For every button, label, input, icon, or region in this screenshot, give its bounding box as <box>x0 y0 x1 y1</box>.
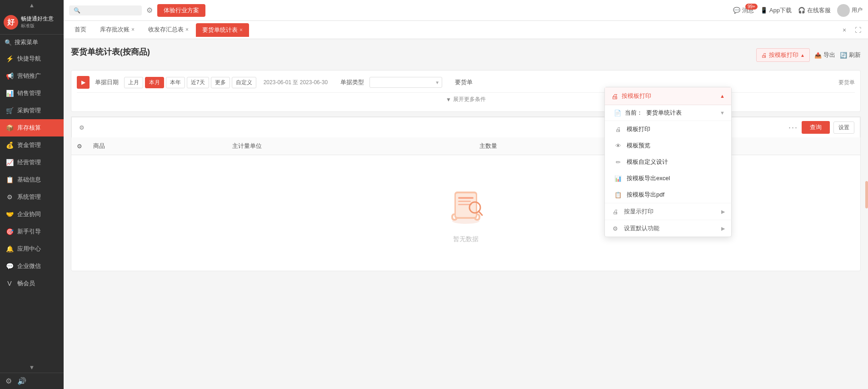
sidebar-scroll-up[interactable]: ▲ <box>0 0 64 10</box>
current-template-arrow: ▼ <box>720 110 725 116</box>
display-print-icon: 🖨 <box>611 207 619 216</box>
sidebar-item-label: 新手引导 <box>17 227 41 236</box>
sidebar-item-label: 基础信息 <box>17 176 41 184</box>
sidebar-item-sales[interactable]: 📊 销售管理 <box>0 85 64 102</box>
tab-receipt[interactable]: 收发存汇总表 × <box>142 23 195 37</box>
dropdown-item-template-preview[interactable]: 👁 模板预览 <box>605 137 731 154</box>
svg-rect-4 <box>458 201 471 202</box>
customer-service-label: 在线客服 <box>807 6 831 15</box>
display-print-arrow: ▶ <box>721 209 725 215</box>
dropdown-item-template-excel[interactable]: 📊 按模板导出excel <box>605 170 731 187</box>
sidebar-item-vip[interactable]: V 畅会员 <box>0 275 64 292</box>
app-version: 标准版 <box>21 23 54 29</box>
collab-icon: 🤝 <box>5 210 14 218</box>
tab-batch-close[interactable]: × <box>131 26 135 33</box>
column-settings-icon[interactable]: ⚙ <box>77 123 86 132</box>
tab-home[interactable]: 首页 <box>68 23 93 37</box>
sidebar-item-operation[interactable]: 📈 经营管理 <box>0 154 64 171</box>
topbar-icons: 💬 消息 99+ 📱 App下载 🎧 在线客服 用户 <box>733 4 863 17</box>
dropdown-item-template-design[interactable]: ✏ 模板自定义设计 <box>605 154 731 170</box>
sidebar-item-collab[interactable]: 🤝 企业协同 <box>0 206 64 223</box>
user-avatar[interactable]: 用户 <box>837 4 863 17</box>
dropdown-group-default-left: ⚙ 设置默认功能 <box>611 224 659 232</box>
date-btn-this-month[interactable]: 本月 <box>145 77 164 88</box>
date-btn-7days[interactable]: 近7天 <box>187 77 209 88</box>
avatar <box>837 4 850 17</box>
marketing-icon: 📢 <box>5 72 14 80</box>
dropdown-item-template-print[interactable]: 🖨 模板打印 <box>605 121 731 137</box>
topbar-search[interactable]: 🔍 <box>69 5 142 15</box>
expand-chevron-down: ▼ <box>446 96 451 103</box>
sidebar-search[interactable]: 🔍 搜索菜单 <box>0 35 64 50</box>
settings-button[interactable]: 设置 <box>833 121 854 134</box>
sidebar-item-system[interactable]: ⚙ 系统管理 <box>0 188 64 206</box>
dropdown-collapse-icon[interactable]: ▲ <box>720 93 725 99</box>
export-icon: 📤 <box>814 52 822 59</box>
sidebar-item-shortcut[interactable]: ⚡ 快捷导航 <box>0 50 64 67</box>
trial-button[interactable]: 体验行业方案 <box>157 4 205 17</box>
app-download-button[interactable]: 📱 App下载 <box>760 6 792 15</box>
filter-expand-icon[interactable]: ▶ <box>77 76 90 89</box>
sidebar-item-inventory[interactable]: 📦 库存核算 <box>0 119 64 136</box>
col-settings-icon[interactable]: ⚙ <box>77 143 82 150</box>
tab-order-stat-close[interactable]: × <box>239 27 243 33</box>
th-product: 商品 <box>88 137 227 155</box>
operation-icon: 📈 <box>5 158 14 167</box>
sidebar-item-wechat[interactable]: 💬 企业微信 <box>0 258 64 275</box>
print-template-icon: 🖨 <box>761 52 767 59</box>
refresh-button[interactable]: 🔄 刷新 <box>840 51 861 59</box>
sidebar-item-label: 快捷导航 <box>17 55 41 63</box>
dropdown-group-display-print[interactable]: 🖨 按显示打印 ▶ <box>605 203 731 220</box>
dropdown-item-template-pdf[interactable]: 📋 按模板导出pdf <box>605 187 731 203</box>
customer-service-button[interactable]: 🎧 在线客服 <box>798 6 831 15</box>
guide-icon: 🎯 <box>5 227 14 236</box>
date-btn-more[interactable]: 更多 <box>211 77 230 88</box>
date-btn-custom[interactable]: 自定义 <box>232 77 256 88</box>
template-design-label: 模板自定义设计 <box>627 158 668 166</box>
more-options-icon[interactable]: ··· <box>788 123 798 132</box>
current-template-icon: 📄 <box>614 110 621 116</box>
dropdown-group-default-func[interactable]: ⚙ 设置默认功能 ▶ <box>605 220 731 237</box>
tab-order-stat[interactable]: 要货单统计表 × <box>196 23 249 37</box>
headset-icon: 🎧 <box>798 7 805 14</box>
sidebar-item-marketing[interactable]: 📢 营销推广 <box>0 67 64 85</box>
sidebar-item-finance[interactable]: 💰 资金管理 <box>0 136 64 154</box>
app-name: 畅捷通好生意 <box>21 15 54 23</box>
tab-batch[interactable]: 库存批次账 × <box>94 23 141 37</box>
date-btn-this-year[interactable]: 本年 <box>166 77 185 88</box>
expand-more-btn[interactable]: ▼ 展开更多条件 <box>77 92 855 106</box>
refresh-label: 刷新 <box>849 51 861 59</box>
sidebar-item-label: 营销推广 <box>17 72 41 80</box>
dropdown-header[interactable]: 🖨 按模板打印 ▲ <box>605 87 731 105</box>
filter-bar: ▶ 单据日期 上月 本月 本年 近7天 更多 自定义 2023-06-01 至 … <box>71 70 861 112</box>
empty-state: 暂无数据 <box>71 155 860 271</box>
tab-close-window[interactable]: × <box>839 25 850 35</box>
results-table: ⚙ 商品 主计量单位 主数量 零售金额 <box>71 137 860 271</box>
topbar-gear-icon[interactable]: ⚙ <box>146 6 153 15</box>
tab-receipt-close[interactable]: × <box>185 26 189 33</box>
template-preview-label: 模板预览 <box>627 141 650 150</box>
message-button[interactable]: 💬 消息 99+ <box>733 6 754 15</box>
type-select[interactable] <box>369 77 442 88</box>
export-button[interactable]: 📤 导出 <box>814 51 835 59</box>
current-template-item[interactable]: 📄 当前： 要货单统计表 ▼ <box>605 105 731 121</box>
message-icon: 💬 <box>733 7 740 14</box>
sound-icon[interactable]: 🔊 <box>17 377 26 385</box>
print-template-button[interactable]: 🖨 按模板打印 ▲ <box>756 48 810 62</box>
settings-icon[interactable]: ⚙ <box>5 377 12 385</box>
logo-icon: 好 <box>4 15 18 30</box>
sidebar-scroll-down[interactable]: ▼ <box>0 362 64 373</box>
topbar-search-icon: 🔍 <box>74 7 80 14</box>
sidebar-item-basic[interactable]: 📋 基础信息 <box>0 171 64 188</box>
tab-receipt-label: 收发存汇总表 <box>148 25 184 34</box>
current-template-name: 要货单统计表 <box>646 109 682 117</box>
query-button[interactable]: 查询 <box>802 121 830 134</box>
wechat-icon: 💬 <box>5 262 14 270</box>
username-label: 用户 <box>852 6 863 14</box>
sidebar-item-appstore[interactable]: 🔔 应用中心 <box>0 240 64 258</box>
tab-maximize[interactable]: ⛶ <box>853 25 863 35</box>
dropdown-group-display-left: 🖨 按显示打印 <box>611 207 653 216</box>
sidebar-item-guide[interactable]: 🎯 新手引导 <box>0 223 64 240</box>
date-btn-last-month[interactable]: 上月 <box>124 77 143 88</box>
sidebar-item-purchase[interactable]: 🛒 采购管理 <box>0 102 64 119</box>
